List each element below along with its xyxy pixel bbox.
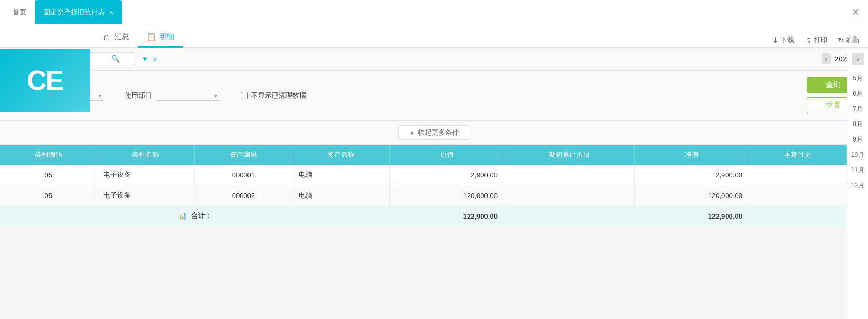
collapse-btn[interactable]: ∧ 收起更多条件: [398, 125, 470, 140]
active-tab-label: 固定资产折旧统计表: [43, 7, 105, 17]
row2-current-period: [749, 185, 846, 206]
row2-asset-name: 电脑: [292, 185, 390, 206]
col-category-code: 类别编码: [0, 145, 97, 165]
row2-accumulated-depreciation: [504, 185, 635, 206]
active-tab[interactable]: 固定资产折旧统计表 ×: [35, 0, 122, 24]
expand-icon[interactable]: ›: [822, 53, 831, 64]
total-net-value: 122,900.00: [635, 206, 749, 227]
tab-detail[interactable]: 📋 明细: [138, 28, 183, 48]
total-row: 📊 合计： 122,900.00 122,900.00: [0, 206, 847, 227]
row2-asset-code: 000002: [195, 185, 292, 206]
col-current-period: 本期计提: [749, 145, 846, 165]
hide-cleared-group: 不显示已清理数据: [241, 91, 306, 100]
month-12[interactable]: 12月: [847, 179, 868, 192]
home-tab[interactable]: 首页: [8, 7, 31, 17]
logo-area: CE: [0, 49, 90, 112]
table-row: 05 电子设备 000001 电脑 2,900.00 2,900.00: [0, 165, 847, 185]
row2-net-value: 120,000.00: [635, 185, 749, 206]
summary-icon: 🗂: [103, 33, 111, 42]
month-9[interactable]: 9月: [847, 133, 868, 146]
data-table-container: 类别编码 类别名称 资产编码 资产名称 原值 期初累计折旧 净值 本期计提 05…: [0, 145, 847, 319]
detail-label: 明细: [159, 32, 174, 42]
total-original-value: 122,900.00: [390, 206, 504, 227]
window-close-icon[interactable]: ✕: [852, 6, 860, 18]
col-asset-name: 资产名称: [292, 145, 390, 165]
download-label: 下载: [780, 35, 794, 45]
panel-arrow-btn[interactable]: ›: [852, 53, 864, 65]
filter-icon: ▼: [141, 55, 148, 63]
refresh-icon: ↻: [838, 36, 844, 44]
month-8[interactable]: 8月: [847, 118, 868, 131]
logo-text: CE: [27, 64, 63, 96]
col-original-value: 原值: [390, 145, 504, 165]
month-7[interactable]: 7月: [847, 102, 868, 116]
row1-net-value: 2,900.00: [635, 165, 749, 185]
row1-accumulated-depreciation: [504, 165, 635, 185]
month-11[interactable]: 11月: [847, 164, 868, 177]
print-label: 打印: [814, 35, 827, 45]
print-btn[interactable]: 🖨 打印: [805, 35, 827, 45]
collapse-icon: ∧: [409, 129, 415, 137]
col-accumulated-depreciation: 期初累计折旧: [504, 145, 635, 165]
print-icon: 🖨: [805, 36, 812, 44]
total-icon: 📊: [178, 212, 187, 220]
detail-icon: 📋: [146, 32, 156, 42]
hide-cleared-checkbox[interactable]: [241, 92, 248, 99]
table-row: 05 电子设备 000002 电脑 120,000.00 120,000.00: [0, 185, 847, 206]
col-asset-code: 资产编码: [195, 145, 292, 165]
total-current-period: [749, 206, 846, 227]
use-department-group: 使用部门 ▼: [125, 90, 220, 101]
refresh-label: 刷新: [846, 35, 860, 45]
row1-category-name: 电子设备: [97, 165, 195, 185]
summary-label: 汇总: [115, 32, 129, 42]
row1-asset-name: 电脑: [292, 165, 390, 185]
collapse-label: 收起更多条件: [418, 128, 459, 137]
total-accumulated-depreciation: [504, 206, 635, 227]
hide-cleared-label: 不显示已清理数据: [251, 91, 306, 100]
row2-original-value: 120,000.00: [390, 185, 504, 206]
download-icon: ⬇: [772, 36, 778, 44]
month-6[interactable]: 6月: [847, 87, 868, 100]
row1-current-period: [749, 165, 846, 185]
month-5[interactable]: 5月: [847, 72, 868, 85]
search-icon: 🔍: [111, 55, 120, 63]
more-filters-btn[interactable]: ▼ ∨: [141, 55, 157, 63]
download-btn[interactable]: ⬇ 下载: [772, 35, 794, 45]
total-label: 合计：: [191, 212, 212, 220]
row1-original-value: 2,900.00: [390, 165, 504, 185]
use-department-label: 使用部门: [125, 91, 152, 100]
col-category-name: 类别名称: [97, 145, 195, 165]
data-table: 类别编码 类别名称 资产编码 资产名称 原值 期初累计折旧 净值 本期计提 05…: [0, 145, 847, 227]
chevron-down-icon: ∨: [152, 55, 157, 62]
total-label-cell: 📊 合计：: [0, 206, 390, 227]
right-panel: › 5月 6月 7月 8月 9月 10月 11月 12月 2023: [847, 49, 868, 319]
row2-category-name: 电子设备: [97, 185, 195, 206]
row1-category-code: 05: [0, 165, 97, 185]
refresh-btn[interactable]: ↻ 刷新: [838, 35, 860, 45]
row2-category-code: 05: [0, 185, 97, 206]
col-net-value: 净值: [635, 145, 749, 165]
row1-asset-code: 000001: [195, 165, 292, 185]
tab-summary[interactable]: 🗂 汇总: [95, 28, 138, 48]
month-10[interactable]: 10月: [847, 148, 868, 162]
close-tab-icon[interactable]: ×: [109, 8, 113, 16]
use-department-select[interactable]: [156, 90, 220, 101]
